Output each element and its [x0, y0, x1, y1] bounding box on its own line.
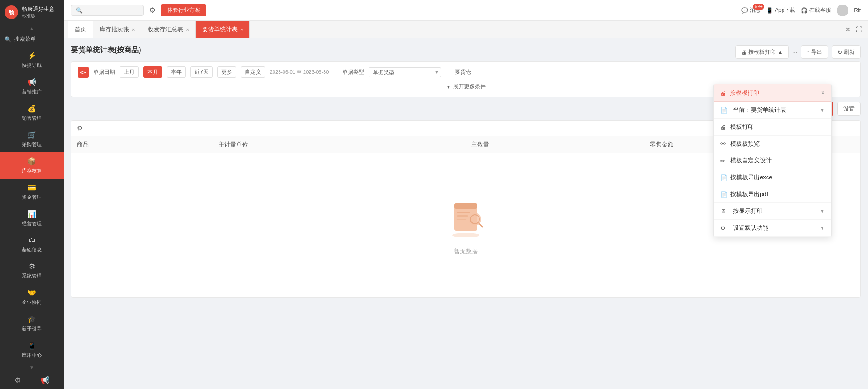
message-icon: 💬 — [741, 7, 748, 14]
window-maximize-btn[interactable]: ⛶ — [854, 25, 863, 34]
sidebar-item-sales[interactable]: 💰 销售管理 — [0, 100, 64, 126]
sidebar-item-marketing[interactable]: 📢 营销推广 — [0, 73, 64, 100]
apps-icon: 📱 — [27, 341, 36, 350]
header-gear-icon[interactable]: ⚙ — [149, 6, 155, 15]
type-filter-select[interactable]: 单据类型 — [369, 67, 441, 77]
col-quantity: 主数量 — [466, 136, 644, 153]
type-filter-label: 单据类型 — [342, 68, 364, 76]
system-icon: ⚙ — [29, 262, 35, 271]
quick-nav-icon: ⚡ — [27, 51, 36, 60]
date-filter-label: 单据日期 — [93, 68, 115, 76]
dropdown-item-template-design[interactable]: ✏ 模板自定义设计 — [714, 152, 831, 169]
finance-icon: 💳 — [27, 183, 36, 192]
date-btn-last-month[interactable]: 上月 — [120, 66, 139, 78]
date-btn-more[interactable]: 更多 — [217, 66, 236, 78]
message-btn[interactable]: 💬 消息 99+ — [741, 6, 761, 14]
dropdown-title: 🖨 按模板打印 — [720, 89, 759, 97]
sidebar-item-system[interactable]: ⚙ 系统管理 — [0, 258, 64, 284]
sidebar-scroll-up[interactable]: ▲ — [0, 25, 64, 32]
svg-rect-3 — [457, 212, 470, 213]
settings-btn[interactable]: 设置 — [837, 102, 861, 116]
tab-order-summary[interactable]: 要货单统计表 × — [196, 21, 250, 38]
settings-icon[interactable]: ⚙ — [15, 376, 21, 384]
default-setting-arrow: ▼ — [820, 225, 825, 231]
template-pdf-icon: 📄 — [720, 191, 728, 198]
sidebar-item-basic[interactable]: 🗂 基础信息 — [0, 232, 64, 258]
print-dropdown-arrow[interactable]: ▲ — [778, 49, 783, 56]
print-title-icon: 🖨 — [720, 90, 726, 96]
dropdown-item-display-print[interactable]: 🖥 按显示打印 ▼ — [714, 203, 831, 220]
dropdown-item-template-pdf[interactable]: 📄 按模板导出pdf — [714, 186, 831, 203]
app-download-btn[interactable]: 📱 App下载 — [766, 6, 795, 14]
svg-rect-4 — [457, 215, 468, 217]
dropdown-close-btn[interactable]: × — [821, 89, 825, 96]
current-template-icon: 📄 — [720, 107, 728, 114]
header-search-icon: 🔍 — [76, 7, 83, 14]
sales-icon: 💰 — [27, 104, 36, 113]
more-options-btn[interactable]: ··· — [793, 49, 797, 56]
download-icon: 📱 — [766, 7, 773, 14]
date-range-display: 2023-06-01 至 2023-06-30 — [270, 69, 329, 76]
window-close-btn[interactable]: ✕ — [843, 25, 853, 34]
dropdown-item-default-setting[interactable]: ⚙ 设置默认功能 ▼ — [714, 220, 831, 237]
sidebar-item-purchase[interactable]: 🛒 采购管理 — [0, 126, 64, 152]
operations-icon: 📊 — [27, 210, 36, 218]
scroll-down-btn[interactable]: ▼ — [29, 364, 35, 371]
printer-icon: 🖨 — [741, 49, 747, 56]
inventory-icon: 📦 — [27, 157, 36, 166]
date-btn-this-year[interactable]: 本年 — [167, 66, 186, 78]
refresh-icon: ↻ — [838, 49, 842, 56]
sidebar-search[interactable]: 🔍 搜索菜单 — [0, 32, 64, 47]
tab-inventory-batch-close[interactable]: × — [132, 27, 135, 32]
sidebar-item-quick-nav[interactable]: ⚡ 快捷导航 — [0, 47, 64, 73]
export-btn[interactable]: ↑ 导出 — [801, 45, 828, 59]
dropdown-item-template-print[interactable]: 🖨 模板打印 — [714, 119, 831, 136]
window-resize-btns: ✕ ⛶ — [843, 25, 863, 34]
sidebar-item-finance[interactable]: 💳 资金管理 — [0, 179, 64, 205]
newbie-icon: 🎓 — [27, 315, 36, 323]
tab-collection-summary-close[interactable]: × — [186, 27, 189, 32]
speaker-icon[interactable]: 📢 — [40, 376, 50, 384]
tab-inventory-batch[interactable]: 库存批次账 × — [93, 21, 141, 38]
sidebar-item-collab[interactable]: 🤝 企业协同 — [0, 284, 64, 310]
template-print-icon: 🖨 — [720, 124, 726, 131]
filter-expand-arrow[interactable]: «» — [78, 67, 89, 78]
tab-collection-summary[interactable]: 收发存汇总表 × — [141, 21, 195, 38]
date-btn-this-month[interactable]: 本月 — [143, 66, 162, 78]
header-actions: 💬 消息 99+ 📱 App下载 🎧 在线客服 Rit — [741, 5, 861, 16]
col-unit: 主计量单位 — [213, 136, 466, 153]
page-content: 要货单统计表(按商品) 🖨 按模板打印 ▲ ··· ↑ 导出 ↻ 刷新 «» 单… — [64, 38, 868, 389]
user-avatar[interactable] — [837, 5, 848, 16]
basic-icon: 🗂 — [28, 236, 35, 244]
empty-text: 暂无数据 — [454, 248, 478, 256]
tab-bar: 首页 库存批次账 × 收发存汇总表 × 要货单统计表 × ✕ ⛶ — [64, 21, 868, 38]
dropdown-current-template[interactable]: 📄 当前：要货单统计表 ▼ — [714, 102, 831, 119]
sidebar-item-newbie[interactable]: 🎓 新手引导 — [0, 310, 64, 337]
sidebar-item-inventory[interactable]: 📦 库存核算 — [0, 152, 64, 179]
table-settings-icon[interactable]: ⚙ — [77, 124, 83, 132]
sidebar-logo: 畅 畅康通好生意 标准版 — [0, 0, 64, 25]
date-btn-custom[interactable]: 自定义 — [241, 66, 265, 78]
dropdown-item-template-excel[interactable]: 📄 按模板导出excel — [714, 169, 831, 186]
dropdown-header: 🖨 按模板打印 × — [714, 84, 831, 102]
stock-filter-label: 要货仓 — [455, 68, 471, 76]
svg-rect-2 — [454, 203, 477, 209]
sidebar-item-operations[interactable]: 📊 经营管理 — [0, 205, 64, 232]
scroll-up-btn[interactable]: ▲ — [29, 25, 35, 32]
svg-point-0 — [452, 233, 479, 237]
purchase-icon: 🛒 — [27, 131, 36, 139]
header-search-bar[interactable]: 🔍 — [71, 5, 144, 16]
dropdown-item-template-preview[interactable]: 👁 模板板预览 — [714, 136, 831, 152]
sidebar-item-apps[interactable]: 📱 应用中心 — [0, 337, 64, 363]
marketing-icon: 📢 — [27, 78, 36, 86]
online-service-btn[interactable]: 🎧 在线客服 — [801, 6, 831, 14]
tab-home[interactable]: 首页 — [68, 21, 93, 38]
date-btn-7days[interactable]: 近7天 — [190, 66, 213, 78]
tab-order-summary-close[interactable]: × — [240, 27, 243, 32]
sidebar-scroll-down[interactable]: ▼ — [0, 364, 64, 371]
refresh-btn[interactable]: ↻ 刷新 — [832, 45, 861, 59]
export-icon: ↑ — [807, 49, 809, 56]
svg-line-8 — [479, 223, 483, 227]
trial-btn[interactable]: 体验行业方案 — [161, 4, 206, 16]
print-template-btn[interactable]: 🖨 按模板打印 ▲ — [735, 45, 789, 59]
